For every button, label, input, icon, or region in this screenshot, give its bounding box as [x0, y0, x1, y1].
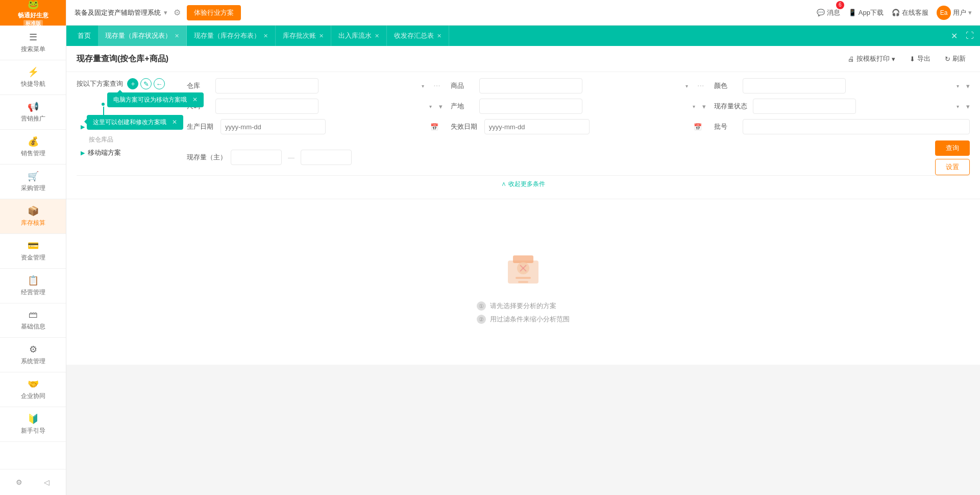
page-header: 现存量查询(按仓库+商品) 🖨 按模板打印 ▾ ⬇ 导出 ↻ 刷新: [66, 46, 980, 72]
online-service-item[interactable]: 🎧 在线客服: [892, 8, 928, 17]
tab-in-out-flow[interactable]: 出入库流水 ✕: [331, 26, 387, 46]
sidebar-item-marketing[interactable]: 📢 营销推广: [0, 95, 66, 130]
collapse-btn[interactable]: ◁: [39, 475, 55, 490]
header-left: 装备及固定资产辅助管理系统 ▾ ⚙ 体验行业方案: [75, 5, 241, 20]
size-chevron-icon[interactable]: ▾: [439, 103, 443, 110]
batch-label: 批号: [714, 122, 740, 131]
tip-num-2: ②: [477, 315, 486, 324]
print-template-label: 按模板打印: [856, 54, 890, 63]
batch-input[interactable]: [743, 119, 970, 134]
tab-inventory-dist[interactable]: 现存量（库存分布表） ✕: [187, 26, 276, 46]
size-input[interactable]: [215, 99, 318, 114]
origin-select-wrap: [479, 99, 700, 114]
tab-receive-summary-label: 收发存汇总表: [394, 31, 434, 40]
tab-receive-summary[interactable]: 收发存汇总表 ✕: [387, 26, 449, 46]
production-date-input[interactable]: [220, 119, 326, 134]
print-icon: 🖨: [848, 55, 854, 63]
sidebar-item-inventory[interactable]: 📦 库存核算: [0, 199, 66, 234]
sidebar-item-quick-nav[interactable]: ⚡ 快捷导航: [0, 60, 66, 95]
sidebar-item-search-menu[interactable]: ☰ 搜索菜单: [0, 26, 66, 60]
sidebar-item-base-info[interactable]: 🗃 基础信息: [0, 303, 66, 338]
tab-close-icon[interactable]: ✕: [263, 33, 268, 39]
filter-area: 按以下方案查询 ＋ ✎ ← 电脑方案可设为移动方案哦 ✕: [66, 72, 980, 199]
stock-status-chevron-icon[interactable]: ▾: [966, 103, 970, 110]
add-scheme-icon[interactable]: ＋: [127, 78, 138, 89]
print-template-btn[interactable]: 🖨 按模板打印 ▾: [844, 52, 899, 65]
stock-main-from-input[interactable]: [231, 150, 282, 165]
sidebar-item-purchase[interactable]: 🛒 采购管理: [0, 164, 66, 199]
filter-label: 按以下方案查询: [77, 79, 123, 88]
notification-item[interactable]: 💬 6 消息: [817, 8, 840, 17]
empty-illustration: [498, 240, 549, 291]
tab-close-icon[interactable]: ✕: [175, 33, 179, 39]
export-btn[interactable]: ⬇ 导出: [905, 52, 935, 65]
stock-status-select-wrap: [753, 99, 963, 114]
color-chevron-icon[interactable]: ▾: [966, 82, 970, 90]
sidebar-item-enterprise[interactable]: 🤝 企业协同: [0, 372, 66, 407]
settings-btn[interactable]: ⚙: [11, 475, 27, 490]
filter-row-4: 现存量（主） — 查询 设置: [187, 139, 970, 175]
tabs-bar: 首页 现存量（库存状况表） ✕ 现存量（库存分布表） ✕ 库存批次账 ✕ 出入库…: [66, 26, 980, 46]
create-tooltip-close[interactable]: ✕: [172, 119, 177, 126]
origin-input[interactable]: [479, 99, 582, 114]
sidebar-item-sales[interactable]: 💰 销售管理: [0, 130, 66, 164]
refresh-label: 刷新: [952, 54, 966, 63]
empty-state: ① 请先选择要分析的方案 ② 用过滤条件来缩小分析范围: [66, 199, 980, 365]
tab-close-icon[interactable]: ✕: [437, 33, 442, 39]
avatar: Ea: [937, 6, 951, 20]
tab-inventory-status[interactable]: 现存量（库存状况表） ✕: [98, 26, 187, 46]
calendar-icon[interactable]: 📅: [694, 123, 702, 131]
refresh-icon: ↻: [945, 55, 950, 63]
avatar-text: Ea: [940, 9, 948, 16]
svg-rect-6: [518, 281, 528, 283]
sidebar-item-system[interactable]: ⚙ 系统管理: [0, 338, 66, 372]
logo: 🐸 畅通好生意 标准版: [0, 0, 66, 26]
goods-input[interactable]: [479, 78, 582, 93]
warehouse-input[interactable]: [215, 78, 318, 93]
sidebar-item-label: 营销推广: [21, 114, 45, 123]
warehouse-field: 仓库 ···: [187, 78, 443, 93]
edit-scheme-icon[interactable]: ✎: [140, 78, 152, 89]
stock-status-input[interactable]: [753, 99, 856, 114]
back-scheme-icon[interactable]: ←: [154, 78, 165, 89]
tab-home[interactable]: 首页: [70, 26, 98, 46]
mobile-scheme-arrow-icon: ▶: [81, 150, 85, 156]
expire-date-input[interactable]: [484, 119, 590, 134]
reset-button[interactable]: 设置: [935, 159, 970, 175]
color-field: 颜色 ▾: [714, 78, 970, 93]
goods-more-icon[interactable]: ···: [695, 81, 706, 90]
production-date-wrap: 📅: [220, 119, 443, 134]
tab-close-all-icon[interactable]: ✕: [949, 29, 960, 43]
sidebar-item-label: 企业协同: [21, 392, 45, 400]
empty-tip-2-text: 用过滤条件来缩小分析范围: [490, 315, 570, 324]
color-input[interactable]: [743, 78, 846, 93]
origin-chevron-icon[interactable]: ▾: [702, 103, 706, 110]
service-icon: 🎧: [892, 9, 900, 16]
sidebar-item-operations[interactable]: 📋 经营管理: [0, 269, 66, 303]
trial-btn[interactable]: 体验行业方案: [187, 5, 241, 20]
sidebar-item-finance[interactable]: 💳 资金管理: [0, 234, 66, 269]
tab-batch-ledger[interactable]: 库存批次账 ✕: [276, 26, 331, 46]
user-item[interactable]: Ea 用户 ▾: [937, 6, 972, 20]
sidebar-item-guide[interactable]: 🔰 新手引导: [0, 407, 66, 442]
search-btns: 查询 设置: [935, 139, 970, 175]
batch-field: 批号: [714, 119, 970, 134]
scheme-tooltip-text: 电脑方案可设为移动方案哦: [113, 96, 187, 103]
refresh-btn[interactable]: ↻ 刷新: [941, 52, 970, 65]
tab-close-icon[interactable]: ✕: [319, 33, 324, 39]
tab-close-icon[interactable]: ✕: [375, 33, 379, 39]
scheme-tooltip-close[interactable]: ✕: [192, 96, 198, 103]
app-download-item[interactable]: 📱 App下载: [848, 8, 884, 17]
calendar-icon[interactable]: 📅: [430, 123, 438, 131]
pc-scheme-sub[interactable]: 按仓库品: [77, 133, 163, 146]
tab-in-out-flow-label: 出入库流水: [338, 31, 372, 40]
search-button[interactable]: 查询: [935, 140, 970, 156]
gear-icon[interactable]: ⚙: [174, 8, 181, 17]
collapse-bar[interactable]: ∧ 收起更多条件: [77, 175, 970, 193]
stock-main-to-input[interactable]: [301, 150, 352, 165]
enterprise-icon: 🤝: [28, 379, 39, 390]
stock-main-field: 现存量（主） —: [187, 150, 352, 165]
mobile-scheme-node[interactable]: ▶ 移动端方案: [77, 146, 163, 159]
tab-fullscreen-icon[interactable]: ⛶: [964, 29, 976, 42]
warehouse-more-icon[interactable]: ···: [431, 81, 442, 90]
